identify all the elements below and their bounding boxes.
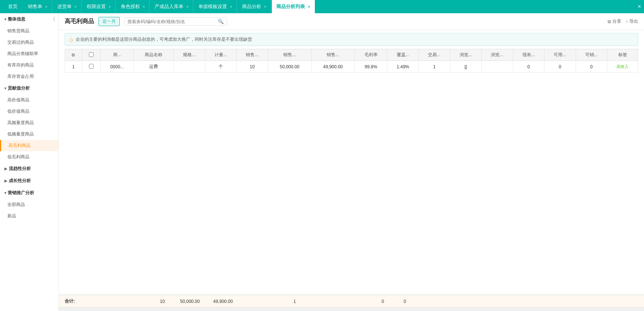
close-tab-import-order[interactable]: × bbox=[75, 5, 77, 9]
col-sales-cost[interactable]: 销售... bbox=[311, 49, 355, 61]
close-tab-permission-settings[interactable]: × bbox=[109, 5, 111, 9]
col-available-stock[interactable]: 可用... bbox=[544, 49, 576, 61]
sidebar-item-low-value[interactable]: 低价值商品 bbox=[0, 106, 58, 117]
sidebar-item-all-goods[interactable]: 全部商品 bbox=[0, 199, 58, 210]
sidebar-item-traded-goods[interactable]: 交易过的商品 bbox=[0, 37, 58, 48]
cell-code[interactable]: 0000... bbox=[101, 61, 134, 73]
footer-trade-count: 1 bbox=[284, 299, 306, 304]
footer-total-bar: 合计: 10 50,000.00 49,900.00 1 0 0 bbox=[59, 294, 644, 307]
export-button[interactable]: ↑ 导出 bbox=[626, 18, 638, 25]
cell-sales-qty: 10 bbox=[237, 61, 268, 73]
search-icon[interactable]: 🔍 bbox=[218, 19, 224, 24]
filter-recent-month-button[interactable]: 近一月 bbox=[98, 17, 120, 26]
sidebar-item-low-margin[interactable]: 低毛利商品 bbox=[0, 151, 58, 163]
footer-sales-qty: 10 bbox=[151, 299, 173, 304]
select-all-checkbox[interactable] bbox=[89, 52, 94, 57]
sidebar-collapse-button[interactable]: 《 bbox=[50, 16, 55, 23]
sidebar-item-goods-assist-rate[interactable]: 商品分类辅助率 bbox=[0, 48, 58, 59]
cell-browse1[interactable]: 0 bbox=[450, 61, 482, 73]
cell-sales-cost: 49,900.00 bbox=[311, 61, 355, 73]
cell-num: 1 bbox=[65, 61, 82, 73]
content-area: 高毛利商品 近一月 🔍 ⧉ 分享 ↑ 导出 ◇ 企业的主要的利润都是这部分商品创… bbox=[59, 13, 644, 311]
col-browse2[interactable]: 浏览... bbox=[482, 49, 513, 61]
col-code[interactable]: 商... bbox=[101, 49, 134, 61]
close-tab-role-permission[interactable]: × bbox=[143, 5, 145, 9]
col-sales-qty[interactable]: 销售... bbox=[237, 49, 268, 61]
cell-sales-amount: 50,000.00 bbox=[268, 61, 311, 73]
cell-unit: 个 bbox=[205, 61, 237, 73]
row-checkbox[interactable] bbox=[89, 64, 94, 69]
sidebar-group-trend-analysis[interactable]: ▶ 流趋性分析 bbox=[0, 163, 58, 175]
footer-sales-amount: 50,000.00 bbox=[173, 299, 206, 304]
cell-current-stock: 0 bbox=[513, 61, 544, 73]
col-browse1[interactable]: 浏览... bbox=[450, 49, 482, 61]
sidebar-item-low-freq[interactable]: 低频量度商品 bbox=[0, 129, 58, 140]
col-spec[interactable]: 规格... bbox=[174, 49, 205, 61]
sidebar-item-new-goods[interactable]: 新品 bbox=[0, 210, 58, 222]
sidebar-group-overall[interactable]: ▾ 整体信息 bbox=[0, 13, 58, 25]
sidebar-item-high-freq[interactable]: 高频量度商品 bbox=[0, 117, 58, 129]
global-close-icon[interactable]: × bbox=[638, 3, 641, 10]
col-unit[interactable]: 计量... bbox=[205, 49, 237, 61]
sidebar-group-value-analysis[interactable]: ▾ 贡献值分析 bbox=[0, 82, 58, 94]
col-checkbox[interactable] bbox=[82, 49, 100, 61]
data-table: ⚙ 商... 商品名称 规格... 计量... bbox=[65, 49, 638, 73]
sidebar-item-high-margin[interactable]: 高毛利商品 bbox=[0, 140, 58, 151]
arrow-down-icon-3: ▾ bbox=[4, 191, 6, 195]
info-icon: ◇ bbox=[69, 37, 73, 43]
nav-tab-sales-order[interactable]: 销售单 × bbox=[24, 0, 52, 13]
bottom-scrollbar[interactable] bbox=[59, 307, 644, 311]
col-cover-rate[interactable]: 覆盖... bbox=[387, 49, 419, 61]
col-tag[interactable]: 标签 bbox=[607, 49, 638, 61]
close-tab-product-analysis-list[interactable]: × bbox=[308, 5, 310, 9]
nav-tab-product-inbound[interactable]: 产成品入库单 × bbox=[150, 0, 193, 13]
share-icon: ⧉ bbox=[608, 19, 611, 24]
content-title: 高毛利商品 bbox=[65, 18, 94, 25]
sidebar-group-growth-analysis[interactable]: ▶ 成长性分析 bbox=[0, 175, 58, 187]
info-banner-text: 企业的主要的利润都是这部分商品创造的，可考虑加大推广，同时关注库存是不要出现缺货 bbox=[76, 36, 252, 43]
footer-current-stock: 0 bbox=[372, 299, 394, 304]
col-current-stock[interactable]: 现有... bbox=[513, 49, 544, 61]
info-banner: ◇ 企业的主要的利润都是这部分商品创造的，可考虑加大推广，同时关注库存是不要出现… bbox=[65, 33, 638, 46]
footer-label: 合计: bbox=[65, 298, 75, 304]
sidebar: 《 ▾ 整体信息 销售货商品 交易过的商品 商品分类辅助率 有库存的商品 库存资… bbox=[0, 13, 59, 311]
share-button[interactable]: ⧉ 分享 bbox=[608, 18, 621, 25]
nav-tab-template-settings[interactable]: 单据模板设置 × bbox=[194, 0, 237, 13]
top-nav: 首页 销售单 × 进货单 × 权限设置 × 角色授权 × 产成品入库单 × 单据… bbox=[0, 0, 644, 13]
col-trade-count[interactable]: 交易... bbox=[419, 49, 450, 61]
cell-browse2 bbox=[482, 61, 513, 73]
nav-tab-home[interactable]: 首页 bbox=[3, 0, 23, 13]
col-margin-rate[interactable]: 毛利率 bbox=[355, 49, 387, 61]
content-header: 高毛利商品 近一月 🔍 ⧉ 分享 ↑ 导出 bbox=[59, 13, 644, 30]
search-input[interactable] bbox=[127, 19, 216, 24]
sidebar-item-inventory-goods[interactable]: 有库存的商品 bbox=[0, 59, 58, 71]
cell-available-stock: 0 bbox=[544, 61, 576, 73]
header-actions: ⧉ 分享 ↑ 导出 bbox=[608, 18, 638, 25]
close-tab-product-inbound[interactable]: × bbox=[186, 5, 188, 9]
cell-margin-rate: 99.8% bbox=[355, 61, 387, 73]
cell-spec bbox=[174, 61, 205, 73]
cell-saleable-stock: 0 bbox=[576, 61, 607, 73]
col-name[interactable]: 商品名称 bbox=[134, 49, 174, 61]
cell-checkbox[interactable] bbox=[82, 61, 100, 73]
close-tab-template-settings[interactable]: × bbox=[230, 5, 232, 9]
sidebar-item-sales-goods[interactable]: 销售货商品 bbox=[0, 25, 58, 37]
close-tab-product-analysis[interactable]: × bbox=[264, 5, 266, 9]
col-saleable-stock[interactable]: 可销... bbox=[576, 49, 607, 61]
close-tab-sales-order[interactable]: × bbox=[45, 5, 47, 9]
cell-cover-rate: 1.49% bbox=[387, 61, 419, 73]
main-layout: 《 ▾ 整体信息 销售货商品 交易过的商品 商品分类辅助率 有库存的商品 库存资… bbox=[0, 13, 644, 311]
nav-tab-permission-settings[interactable]: 权限设置 × bbox=[82, 0, 116, 13]
table-container[interactable]: ⚙ 商... 商品名称 规格... 计量... bbox=[59, 49, 644, 294]
arrow-down-icon: ▾ bbox=[4, 17, 6, 21]
nav-tab-role-permission[interactable]: 角色授权 × bbox=[116, 0, 150, 13]
cell-trade-count: 1 bbox=[419, 61, 450, 73]
col-sales-amount[interactable]: 销售... bbox=[268, 49, 311, 61]
sidebar-item-inventory-capital[interactable]: 库存资金占用 bbox=[0, 71, 58, 82]
nav-tab-import-order[interactable]: 进货单 × bbox=[53, 0, 82, 13]
sidebar-item-high-value[interactable]: 高价值商品 bbox=[0, 94, 58, 106]
sidebar-group-marketing-analysis[interactable]: ▾ 营销推广分析 bbox=[0, 187, 58, 199]
col-settings[interactable]: ⚙ bbox=[65, 49, 82, 61]
nav-tab-product-analysis-list[interactable]: 商品分析列表 × bbox=[272, 0, 315, 13]
nav-tab-product-analysis[interactable]: 商品分析 × bbox=[238, 0, 271, 13]
